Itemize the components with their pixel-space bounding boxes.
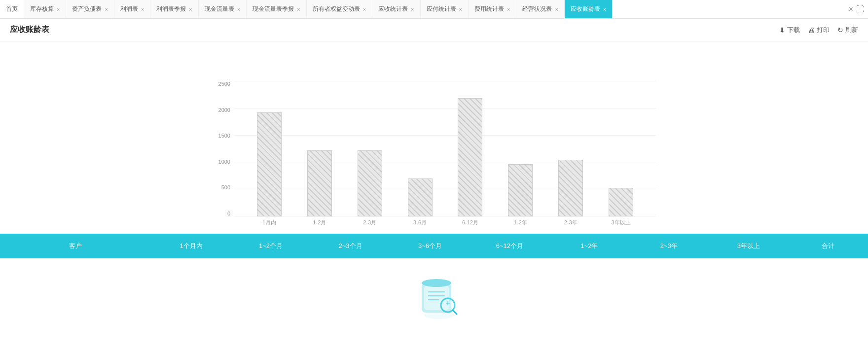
main-content: 25002000150010005000 1月内1-2月2-3月3-6月6-12… xyxy=(0,41,868,355)
y-label: 2000 xyxy=(218,107,230,113)
tab-close-ap-stats[interactable]: × xyxy=(459,6,462,12)
table-header-cell-4: 3~6个月 xyxy=(390,242,470,250)
table-header-cell-0: 客户 xyxy=(0,242,151,250)
chart-area: 25002000150010005000 1月内1-2月2-3月3-6月6-12… xyxy=(0,41,868,234)
bar-group xyxy=(307,150,332,216)
table-header-cell-7: 2~3年 xyxy=(629,242,709,250)
tab-close-ar-stats[interactable]: × xyxy=(411,6,414,12)
tab-close-profit-quarter[interactable]: × xyxy=(189,6,192,12)
tab-item-ap-stats[interactable]: 应付统计表× xyxy=(421,0,469,19)
table-header-cell-8: 3年以上 xyxy=(709,242,788,250)
tab-close-cashflow-quarter[interactable]: × xyxy=(297,6,300,12)
chart-inner: 25002000150010005000 1月内1-2月2-3月3-6月6-12… xyxy=(212,81,656,229)
tab-close-inventory[interactable]: × xyxy=(57,6,60,12)
close-window-icon[interactable]: × xyxy=(849,5,853,14)
chart-container: 25002000150010005000 1月内1-2月2-3月3-6月6-12… xyxy=(212,81,656,229)
print-icon: 🖨 xyxy=(808,26,815,34)
bar-group xyxy=(508,164,533,216)
x-label: 2-3月 xyxy=(355,219,385,226)
bar-group xyxy=(458,98,482,216)
tab-label-cashflow-quarter: 现金流量表季报 xyxy=(253,5,294,13)
bar-group xyxy=(558,160,583,216)
tab-item-inventory[interactable]: 库存核算× xyxy=(24,0,66,19)
x-label: 1月内 xyxy=(254,219,284,226)
tab-item-profit-quarter[interactable]: 利润表季报× xyxy=(150,0,198,19)
table-header-cell-9: 合计 xyxy=(789,242,868,250)
print-button[interactable]: 🖨 打印 xyxy=(808,26,830,35)
tab-label-ap-stats: 应付统计表 xyxy=(427,5,456,13)
tab-close-cashflow[interactable]: × xyxy=(237,6,240,12)
bar xyxy=(408,178,433,216)
bar-group xyxy=(358,150,382,216)
page-header: 应收账龄表 ⬇ 下载 🖨 打印 ↻ 刷新 xyxy=(0,19,868,41)
table-header-cell-6: 1~2年 xyxy=(549,242,629,250)
table-header-cell-2: 1~2个月 xyxy=(231,242,310,250)
table-header: 客户1个月内1~2个月2~3个月3~6个月6~12个月1~2年2~3年3年以上合… xyxy=(0,234,868,258)
table-header-cell-5: 6~12个月 xyxy=(470,242,549,250)
x-label: 1-2月 xyxy=(305,219,334,226)
bar xyxy=(558,160,583,216)
tab-label-expense-stats: 费用统计表 xyxy=(474,5,504,13)
tab-item-home[interactable]: 首页 xyxy=(0,0,24,19)
tab-label-equity: 所有者权益变动表 xyxy=(313,5,360,13)
y-label: 0 xyxy=(227,211,230,216)
download-icon: ⬇ xyxy=(779,26,785,34)
svg-line-9 xyxy=(453,310,457,314)
x-label: 6-12月 xyxy=(455,219,485,226)
tab-label-inventory: 库存核算 xyxy=(30,5,54,13)
page-actions: ⬇ 下载 🖨 打印 ↻ 刷新 xyxy=(779,26,858,35)
x-label: 2-3年 xyxy=(556,219,585,226)
bar-group xyxy=(257,112,282,216)
download-button[interactable]: ⬇ 下载 xyxy=(779,26,800,35)
table-header-cell-1: 1个月内 xyxy=(151,242,231,250)
tab-item-balance[interactable]: 资产负债表× xyxy=(66,0,114,19)
bars-area xyxy=(234,81,656,216)
chart-body: 1月内1-2月2-3月3-6月6-12月1-2年2-3年3年以上 xyxy=(234,81,656,229)
tab-item-equity[interactable]: 所有者权益变动表× xyxy=(307,0,372,19)
bar xyxy=(458,98,482,216)
bar-group xyxy=(609,188,633,216)
tab-close-balance[interactable]: × xyxy=(105,6,108,12)
tab-close-equity[interactable]: × xyxy=(363,6,366,12)
tab-label-home: 首页 xyxy=(6,5,18,13)
tab-close-expense-stats[interactable]: × xyxy=(507,6,510,12)
window-controls: × ⛶ xyxy=(846,5,868,14)
tab-label-profit: 利润表 xyxy=(120,5,138,13)
y-axis: 25002000150010005000 xyxy=(212,81,234,229)
bar xyxy=(609,188,633,216)
bar xyxy=(257,112,282,216)
tab-close-ar-aging[interactable]: × xyxy=(603,6,606,12)
x-label: 3-6月 xyxy=(405,219,435,226)
empty-illustration xyxy=(409,273,459,322)
refresh-button[interactable]: ↻ 刷新 xyxy=(837,26,858,35)
svg-point-3 xyxy=(422,279,451,287)
tab-item-ar-stats[interactable]: 应收统计表× xyxy=(372,0,420,19)
tab-item-cashflow-quarter[interactable]: 现金流量表季报× xyxy=(247,0,306,19)
bar xyxy=(358,150,382,216)
bar xyxy=(508,164,533,216)
x-axis: 1月内1-2月2-3月3-6月6-12月1-2年2-3年3年以上 xyxy=(234,216,656,229)
bar-group xyxy=(408,178,433,216)
tab-label-profit-quarter: 利润表季报 xyxy=(156,5,186,13)
bar xyxy=(307,150,332,216)
y-label: 1000 xyxy=(218,159,230,165)
maximize-window-icon[interactable]: ⛶ xyxy=(856,5,864,14)
y-label: 1500 xyxy=(218,133,230,139)
tab-item-ar-aging[interactable]: 应收账龄表× xyxy=(565,0,613,19)
x-label: 1-2年 xyxy=(506,219,535,226)
tab-label-ar-aging: 应收账龄表 xyxy=(571,5,600,13)
y-label: 2500 xyxy=(218,81,230,87)
tab-close-profit[interactable]: × xyxy=(141,6,144,12)
tab-close-operations[interactable]: × xyxy=(555,6,558,12)
empty-area xyxy=(0,258,868,355)
x-label: 3年以上 xyxy=(606,219,636,226)
page-title: 应收账龄表 xyxy=(10,25,49,35)
tab-item-profit[interactable]: 利润表× xyxy=(114,0,150,19)
tab-item-operations[interactable]: 经营状况表× xyxy=(516,0,564,19)
tab-item-expense-stats[interactable]: 费用统计表× xyxy=(469,0,516,19)
tab-label-ar-stats: 应收统计表 xyxy=(378,5,408,13)
y-label: 500 xyxy=(221,184,230,190)
refresh-icon: ↻ xyxy=(837,26,843,34)
tab-item-cashflow[interactable]: 现金流量表× xyxy=(199,0,247,19)
tab-bar: 首页库存核算×资产负债表×利润表×利润表季报×现金流量表×现金流量表季报×所有者… xyxy=(0,0,868,19)
